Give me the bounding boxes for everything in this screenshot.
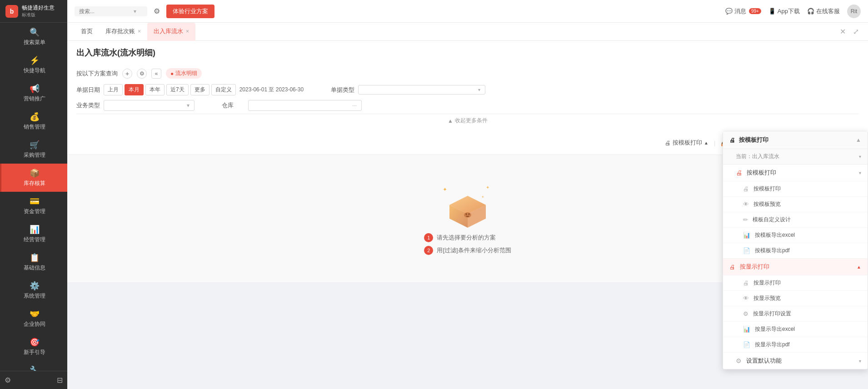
dropdown-item-template-section[interactable]: 🖨 按模板打印 ▾ xyxy=(723,165,868,181)
topbar-gear-icon[interactable]: ⚙ xyxy=(152,5,162,17)
dropdown-sub-template-preview[interactable]: 👁 按模板预览 xyxy=(723,197,868,212)
sidebar-item-system[interactable]: ⚙️ 系统管理 xyxy=(0,276,67,304)
date-btn-last-month[interactable]: 上月 xyxy=(104,84,123,95)
filter-collapse-button[interactable]: « xyxy=(151,69,161,79)
sidebar-item-base[interactable]: 📋 基础信息 xyxy=(0,248,67,276)
search-chevron-icon[interactable]: ▾ xyxy=(134,8,136,15)
dropdown-sub-template-pdf[interactable]: 📄 按模板导出pdf xyxy=(723,243,868,259)
filter-business-type-field: 业务类型 ▾ xyxy=(76,100,195,111)
filter-tag-icon: ● xyxy=(170,70,174,77)
dropdown-section-display-left: 🖨 按显示打印 xyxy=(729,263,769,271)
bill-type-select[interactable]: ▾ xyxy=(358,85,485,95)
search-icon: 🔍 xyxy=(30,27,40,37)
tab-stock-flow-close[interactable]: × xyxy=(186,28,189,35)
empty-illustration: ✦ ✦ ✦ xyxy=(440,182,495,228)
sidebar-scroll: 🔍 搜索菜单 ⚡ 快捷导航 📢 营销推广 💰 销售管理 🛒 采购管理 📦 库存核… xyxy=(0,23,67,371)
app-download-button[interactable]: 📱 App下载 xyxy=(768,7,800,15)
date-btn-7days[interactable]: 近7天 xyxy=(166,84,189,95)
print-template-label: 按模板打印 xyxy=(673,139,702,147)
current-item: 当前：出入库流水 ▾ xyxy=(723,149,868,165)
date-btn-this-year[interactable]: 本年 xyxy=(145,84,165,95)
message-button[interactable]: 💬 消息 99+ xyxy=(725,7,761,15)
industry-solution-button[interactable]: 体验行业方案 xyxy=(166,5,215,18)
dropdown-footer-gear-icon: ⚙ xyxy=(736,357,742,364)
sidebar-item-guide[interactable]: 🎯 新手引导 xyxy=(0,333,67,361)
app-name: 畅捷通好生意 xyxy=(22,5,55,12)
sidebar-bottom: ⚙ ⊟ xyxy=(0,371,67,389)
filter-settings-button[interactable]: ⚙ xyxy=(137,69,147,79)
date-btn-more[interactable]: 更多 xyxy=(190,84,210,95)
collapse-button[interactable]: ▲ 收起更多条件 xyxy=(448,117,488,125)
sidebar-item-purchase[interactable]: 🛒 采购管理 xyxy=(0,135,67,164)
dropdown-printer-icon: 🖨 xyxy=(736,169,742,176)
topbar-right: 💬 消息 99+ 📱 App下载 🎧 在线客服 Rit xyxy=(725,5,861,18)
sidebar-collapse-btn[interactable]: ⊟ xyxy=(57,376,63,384)
sidebar-item-inventory[interactable]: 📦 库存核算 xyxy=(0,164,67,192)
filter-date-row: 单据日期 上月 本月 本年 近7天 更多 自定义 2023-06-01 至 20… xyxy=(76,84,859,95)
guide-icon: 🎯 xyxy=(30,337,40,347)
sidebar-item-search[interactable]: 🔍 搜索菜单 xyxy=(0,23,67,51)
sidebar-settings-btn[interactable]: ⚙ xyxy=(5,376,11,384)
user-avatar[interactable]: Rit xyxy=(847,5,861,18)
app-edition: 标准版 xyxy=(22,12,55,18)
tab-inventory-batch-close[interactable]: × xyxy=(138,28,141,35)
sidebar-item-label-search: 搜索菜单 xyxy=(24,39,45,46)
dropdown-sub-display-settings[interactable]: ⚙ 按显示打印设置 xyxy=(723,306,868,322)
filter-label: 按以下方案查询 xyxy=(76,70,118,78)
dropdown-sub-template-design[interactable]: ✏ 模板自定义设计 xyxy=(723,212,868,228)
sidebar-item-cooperation[interactable]: 🤝 企业协同 xyxy=(0,304,67,333)
date-btn-this-month[interactable]: 本月 xyxy=(125,84,144,95)
dropdown-header-chevron-icon[interactable]: ▲ xyxy=(856,137,861,143)
svg-point-5 xyxy=(465,214,467,215)
filter-tag-label: 流水明细 xyxy=(175,70,197,77)
filter-row2: 业务类型 ▾ 仓库 ··· xyxy=(76,100,859,111)
dropdown-display-print-label: 按显示打印 xyxy=(740,263,769,271)
date-field-label: 单据日期 xyxy=(76,86,100,94)
tab-home[interactable]: 首页 xyxy=(75,23,99,41)
maximize-btn[interactable]: ⤢ xyxy=(851,26,861,37)
dropdown-footer-arrow-icon: ▾ xyxy=(859,359,861,364)
sidebar-item-label-guide: 新手引导 xyxy=(24,349,45,356)
warehouse-input[interactable]: ··· xyxy=(248,100,362,111)
dropdown-sub-template-excel[interactable]: 📊 按模板导出excel xyxy=(723,228,868,243)
filter-top-row: 按以下方案查询 + ⚙ « ● 流水明细 xyxy=(76,68,859,79)
dropdown-header-left: 🖨 按模板打印 xyxy=(729,136,768,144)
step-1-number: 1 xyxy=(424,233,433,242)
main-area: ▾ ⚙ 体验行业方案 💬 消息 99+ 📱 App下载 🎧 在线客服 Rit xyxy=(67,0,868,389)
sidebar-item-label-sales: 销售管理 xyxy=(24,123,45,131)
tabs-bar: 首页 库存批次账 × 出入库流水 × ✕ ⤢ xyxy=(67,23,868,41)
dropdown-sub-display-print-label: 按显示打印 xyxy=(753,279,781,287)
app-logo-icon: b xyxy=(5,5,18,18)
content-area: 出入库流水(流水明细) 按以下方案查询 + ⚙ « ● 流水明细 单据日期 xyxy=(67,41,868,389)
business-type-label: 业务类型 xyxy=(76,101,100,110)
customer-service-button[interactable]: 🎧 在线客服 xyxy=(807,7,840,15)
sidebar-item-marketing[interactable]: 📢 营销推广 xyxy=(0,79,67,107)
svg-text:✦: ✦ xyxy=(481,195,484,199)
close-all-tabs-btn[interactable]: ✕ xyxy=(838,26,848,37)
sidebar-item-apps[interactable]: 🔧 应用中心 xyxy=(0,361,67,371)
dropdown-sub-display-excel[interactable]: 📊 按显示导出excel xyxy=(723,322,868,337)
sidebar-item-quick-nav[interactable]: ⚡ 快捷导航 xyxy=(0,51,67,79)
date-btn-custom[interactable]: 自定义 xyxy=(211,84,236,95)
dropdown-sub-display-preview[interactable]: 👁 按显示预览 xyxy=(723,291,868,306)
topbar-search-container: ▾ xyxy=(75,6,147,16)
dropdown-sub-display-pdf[interactable]: 📄 按显示导出pdf xyxy=(723,337,868,353)
dropdown-section-display[interactable]: 🖨 按显示打印 ▲ xyxy=(723,259,868,275)
sidebar-item-finance[interactable]: 💳 资金管理 xyxy=(0,192,67,220)
sidebar-item-sales[interactable]: 💰 销售管理 xyxy=(0,107,67,135)
dropdown-sub-template-excel-label: 按模板导出excel xyxy=(755,231,795,239)
filter-add-button[interactable]: + xyxy=(122,69,132,79)
step-2-number: 2 xyxy=(424,246,433,255)
search-input[interactable] xyxy=(79,8,134,15)
business-type-input[interactable]: ▾ xyxy=(104,100,195,111)
dropdown-footer-default-settings[interactable]: ⚙ 设置默认功能 ▾ xyxy=(723,353,868,369)
dropdown-sub-template-print[interactable]: 🖨 按模板打印 xyxy=(723,181,868,197)
filter-date-field: 单据日期 上月 本月 本年 近7天 更多 自定义 2023-06-01 至 20… xyxy=(76,84,304,95)
app-download-icon: 📱 xyxy=(768,8,776,15)
empty-steps: 1 请先选择要分析的方案 2 用[过滤]条件来缩小分析范围 xyxy=(424,233,511,255)
tab-inventory-batch[interactable]: 库存批次账 × xyxy=(99,23,147,41)
sidebar-item-operations[interactable]: 📊 经营管理 xyxy=(0,220,67,248)
print-template-button[interactable]: 🖨 按模板打印 ▲ xyxy=(665,139,708,147)
dropdown-sub-display-print[interactable]: 🖨 按显示打印 xyxy=(723,275,868,291)
tab-stock-flow[interactable]: 出入库流水 × xyxy=(147,23,195,41)
